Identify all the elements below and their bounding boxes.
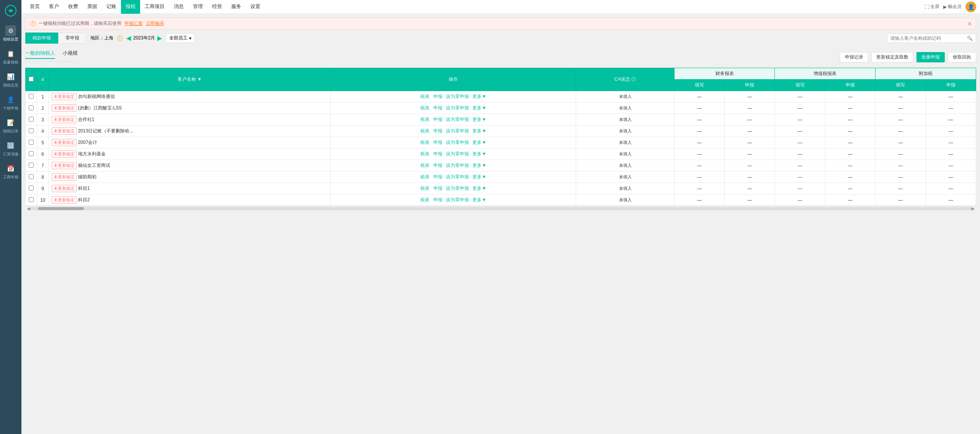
op-taxsheet-3[interactable]: 税表 <box>420 128 430 134</box>
banner-link-buy[interactable]: 立即购买 <box>146 20 164 27</box>
banner-link-report[interactable]: 申报汇签 <box>124 20 143 27</box>
scroll-track[interactable] <box>30 207 971 210</box>
row-checkbox-5[interactable] <box>29 151 34 156</box>
row-no-0: 1 <box>37 91 49 103</box>
row-checkbox-8[interactable] <box>29 186 34 191</box>
op-report-6[interactable]: 申报 <box>433 163 443 168</box>
row-checkbox-3[interactable] <box>29 128 34 133</box>
op-more-1[interactable]: 更多▼ <box>472 105 486 111</box>
search-button[interactable]: 🔍 <box>964 34 976 42</box>
op-zero-7[interactable]: 设为零申报 <box>446 174 469 179</box>
scroll-left-arrow[interactable]: ◀ <box>27 206 30 211</box>
op-zero-3[interactable]: 设为零申报 <box>446 128 469 134</box>
row-checkbox-7[interactable] <box>29 174 34 179</box>
table-row: 9 未更新核定 科目1 税表 申报 设为零申报 更多▼ 未填入 — — — — … <box>26 183 976 194</box>
op-taxsheet-6[interactable]: 税表 <box>420 163 430 168</box>
op-taxsheet-5[interactable]: 税表 <box>420 151 430 157</box>
op-zero-5[interactable]: 设为零申报 <box>446 151 469 157</box>
date-next-button[interactable]: ▶ <box>157 35 162 41</box>
sidebar-item-huisuanqingjiao[interactable]: 🔢 汇算清缴 <box>0 137 21 160</box>
row-tax-fill-9: — <box>775 194 825 206</box>
nav-item-settings[interactable]: 设置 <box>246 0 265 14</box>
nav-item-billing[interactable]: 收费 <box>64 0 83 14</box>
sidebar-item-baoshuijilu[interactable]: 📝 报税记录 <box>0 114 21 137</box>
select-all-checkbox[interactable] <box>29 77 34 82</box>
nav-item-operation[interactable]: 经营 <box>207 0 227 14</box>
nav-item-message[interactable]: 消息 <box>169 0 188 14</box>
op-more-0[interactable]: 更多▼ <box>472 94 486 99</box>
row-fin-fill-4: — <box>674 137 724 148</box>
op-taxsheet-9[interactable]: 税表 <box>420 197 430 202</box>
scroll-thumb[interactable] <box>38 207 84 210</box>
op-more-7[interactable]: 更多▼ <box>472 174 486 179</box>
row-checkbox-0[interactable] <box>29 94 34 99</box>
op-report-1[interactable]: 申报 <box>433 105 443 111</box>
row-checkbox-2[interactable] <box>29 117 34 122</box>
op-report-2[interactable]: 申报 <box>433 117 443 122</box>
op-report-4[interactable]: 申报 <box>433 140 443 145</box>
op-zero-8[interactable]: 设为零申报 <box>446 186 469 191</box>
op-more-8[interactable]: 更多▼ <box>472 186 486 191</box>
nav-item-home[interactable]: 首页 <box>25 0 44 14</box>
nav-item-business[interactable]: 工商项目 <box>140 0 169 14</box>
sub-tab-general[interactable]: 一般的纳税人 <box>25 50 55 59</box>
op-zero-9[interactable]: 设为零申报 <box>446 197 469 202</box>
row-checkbox-1[interactable] <box>29 105 34 110</box>
nav-item-accounting[interactable]: 记账 <box>102 0 121 14</box>
op-more-6[interactable]: 更多▼ <box>472 163 486 168</box>
op-taxsheet-0[interactable]: 税表 <box>420 94 430 99</box>
sidebar-item-gongshangnianbao[interactable]: 📅 工商年报 <box>0 160 21 183</box>
op-zero-4[interactable]: 设为零申报 <box>446 140 469 145</box>
nav-item-tax[interactable]: 报税 <box>121 0 140 14</box>
fullscreen-button[interactable]: ⛶ 全屏 <box>924 3 939 10</box>
op-zero-1[interactable]: 设为零申报 <box>446 105 469 111</box>
op-more-5[interactable]: 更多▼ <box>472 151 486 157</box>
nav-item-invoice[interactable]: 票据 <box>83 0 102 14</box>
op-taxsheet-2[interactable]: 税表 <box>420 117 430 122</box>
sidebar-item-baoshuishezhi[interactable]: ⚙ 报税设置 <box>0 22 21 45</box>
dept-selector[interactable]: 全部员工 ▾ <box>166 33 195 43</box>
op-taxsheet-7[interactable]: 税表 <box>420 174 430 179</box>
op-report-8[interactable]: 申报 <box>433 186 443 191</box>
search-input[interactable] <box>887 34 964 42</box>
tab-zero-report[interactable]: 零申报 <box>58 33 87 44</box>
op-zero-0[interactable]: 设为零申报 <box>446 94 469 99</box>
row-checkbox-4[interactable] <box>29 140 34 145</box>
row-fin-fill-3: — <box>674 126 724 137</box>
op-report-3[interactable]: 申报 <box>433 128 443 134</box>
op-report-0[interactable]: 申报 <box>433 94 443 99</box>
upgrade-button[interactable]: ▶ 畅会员 <box>943 3 962 10</box>
op-more-4[interactable]: 更多▼ <box>472 140 486 145</box>
scroll-right-arrow[interactable]: ▶ <box>971 206 975 211</box>
op-report-9[interactable]: 申报 <box>433 197 443 202</box>
date-prev-button[interactable]: ◀ <box>126 35 131 41</box>
op-more-3[interactable]: 更多▼ <box>472 128 486 134</box>
op-zero-6[interactable]: 设为零申报 <box>446 163 469 168</box>
nav-item-management[interactable]: 管理 <box>188 0 207 14</box>
op-taxsheet-4[interactable]: 税表 <box>420 140 430 145</box>
nav-item-client[interactable]: 客户 <box>44 0 64 14</box>
batch-report-button[interactable]: 批量申报 <box>916 52 945 62</box>
row-checkbox-9[interactable] <box>29 197 34 202</box>
sidebar-item-baoshuizonglan[interactable]: 📊 报税总览 <box>0 68 21 91</box>
row-tax-rep-5: — <box>825 148 875 160</box>
retrieve-button[interactable]: 收取回执 <box>948 52 976 62</box>
nav-item-service[interactable]: 服务 <box>227 0 246 14</box>
op-taxsheet-1[interactable]: 税表 <box>420 105 430 111</box>
update-quota-button[interactable]: 更新核定及取数 <box>871 52 913 62</box>
banner-close-button[interactable]: ✕ <box>967 21 972 27</box>
op-more-9[interactable]: 更多▼ <box>472 197 486 202</box>
report-record-button[interactable]: 申报记录 <box>840 52 868 62</box>
op-report-7[interactable]: 申报 <box>433 174 443 179</box>
op-zero-2[interactable]: 设为零申报 <box>446 117 469 122</box>
op-report-5[interactable]: 申报 <box>433 151 443 157</box>
horizontal-scrollbar[interactable]: ◀ ▶ <box>25 206 976 210</box>
tab-tax-report[interactable]: 税款申报 <box>25 33 58 44</box>
sidebar-item-pilanbaoshui[interactable]: 📋 批量报税 <box>0 45 21 68</box>
op-more-2[interactable]: 更多▼ <box>472 117 486 122</box>
row-checkbox-6[interactable] <box>29 163 34 168</box>
sub-tab-small[interactable]: 小规模 <box>63 50 78 59</box>
user-avatar[interactable]: 👤 <box>965 2 976 12</box>
sidebar-item-geshuishenbao[interactable]: 👤 个税申报 <box>0 91 21 114</box>
op-taxsheet-8[interactable]: 税表 <box>420 186 430 191</box>
